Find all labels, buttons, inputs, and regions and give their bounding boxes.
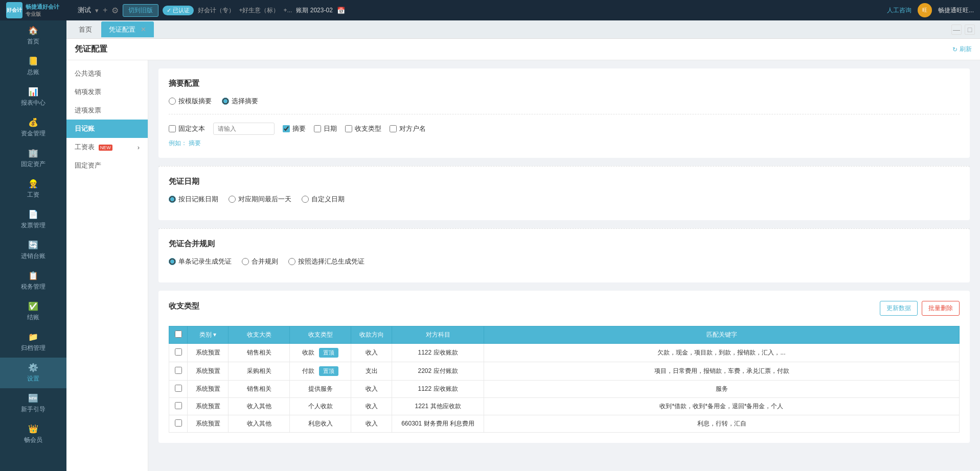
tab-voucher-config[interactable]: 凭证配置 ✕ xyxy=(101,21,154,37)
radio-single-record[interactable]: 单条记录生成凭证 xyxy=(169,257,232,266)
sidebar-item-settings[interactable]: ⚙️ 设置 xyxy=(0,358,66,388)
income-expense-title: 收支类型 xyxy=(169,301,199,311)
settings-icon: ⚙️ xyxy=(28,363,38,372)
td-keywords-0: 欠款，现金，项目款，到款，报销款，汇入，... xyxy=(484,344,960,362)
summary-section-title: 摘要配置 xyxy=(169,79,960,88)
sidebar-item-member[interactable]: 👑 畅会员 xyxy=(0,419,66,450)
checkbox-counterparty[interactable]: 对方户名 xyxy=(390,124,426,133)
sidebar-item-tax[interactable]: 📋 税务管理 xyxy=(0,266,66,296)
radio-journal-date[interactable]: 按日记账日期 xyxy=(169,195,218,204)
ledger-icon: 📒 xyxy=(28,56,38,66)
page-header: 凭证配置 ↻ 刷新 xyxy=(66,39,980,60)
plus-icon[interactable]: + xyxy=(103,6,107,15)
radio-select-label: 选择摘要 xyxy=(232,97,258,106)
td-sub-4: 利息收入 xyxy=(290,415,351,433)
checkbox-summary[interactable]: 摘要 xyxy=(283,124,306,133)
td-checkbox-2[interactable] xyxy=(169,381,188,398)
checkbox-group: 固定文本 摘要 日期 收支类型 xyxy=(169,123,960,135)
tag-btn-1[interactable]: 置顶 xyxy=(319,366,338,376)
table-row: 系统预置 销售相关 收款 置顶 收入 1122 应收账款 欠款，现金，项目款，到… xyxy=(169,344,960,362)
td-sub-2: 提供服务 xyxy=(290,381,351,398)
radio-summary-generate[interactable]: 按照选择汇总生成凭证 xyxy=(288,257,364,266)
tag-btn-0[interactable]: 置顶 xyxy=(319,348,338,358)
member-icon: 👑 xyxy=(28,424,38,434)
sidebar-item-reports[interactable]: 📊 报表中心 xyxy=(0,82,66,112)
voucher-date-section: 凭证日期 按日记账日期 对应期间最后一天 自定义日期 xyxy=(158,167,970,220)
td-main-0: 销售相关 xyxy=(229,344,290,362)
content-area: 首页 凭证配置 ✕ — □ 凭证配置 ↻ 刷新 公共选项 xyxy=(66,20,980,471)
good-biz-label: +好生意（标） xyxy=(239,6,279,15)
tab-home[interactable]: 首页 xyxy=(72,22,99,37)
brand-name: 畅捷通好会计专业版 xyxy=(26,3,59,18)
sidebar-item-ledger[interactable]: 📒 总账 xyxy=(0,51,66,82)
sidebar-item-funds[interactable]: 💰 资金管理 xyxy=(0,112,66,143)
sidebar-item-closing[interactable]: ✅ 结账 xyxy=(0,296,66,327)
sidebar-label-invoice: 发票管理 xyxy=(21,221,45,230)
funds-icon: 💰 xyxy=(28,117,38,127)
radio-custom-date[interactable]: 自定义日期 xyxy=(302,195,345,204)
left-menu-item-salary-table[interactable]: 工资表 NEW › xyxy=(66,138,148,156)
checkbox-date[interactable]: 日期 xyxy=(314,124,337,133)
left-menu-item-fixed-assets[interactable]: 固定资产 xyxy=(66,156,148,175)
brand-logo-icon: 好会计 xyxy=(7,7,22,14)
refresh-btn[interactable]: ↻ 刷新 xyxy=(952,45,972,54)
chevron-down-icon[interactable]: ▾ xyxy=(95,7,99,14)
checkbox-fixed-text[interactable]: 固定文本 xyxy=(169,124,205,133)
fixed-text-input[interactable] xyxy=(213,123,275,135)
left-menu-item-journal[interactable]: 日记账 xyxy=(66,120,148,138)
switch-version-btn[interactable]: 切到旧版 xyxy=(123,4,158,17)
sidebar-label-closing: 结账 xyxy=(27,313,39,322)
tab-close-icon[interactable]: ✕ xyxy=(141,26,146,33)
income-expense-table: 类别 ▾ 收支大类 收支类型 收款方向 对方科目 匹配关键字 xyxy=(169,326,960,433)
td-main-1: 采购相关 xyxy=(229,362,290,381)
purchase-icon: 🔄 xyxy=(28,240,38,250)
help-btn[interactable]: 人工咨询 xyxy=(887,6,911,15)
left-menu-item-public[interactable]: 公共选项 xyxy=(66,64,148,83)
calendar-icon[interactable]: 📅 xyxy=(337,7,345,14)
td-checkbox-0[interactable] xyxy=(169,344,188,362)
left-menu-item-sales-invoice[interactable]: 销项发票 xyxy=(66,83,148,101)
th-category: 类别 ▾ xyxy=(188,326,229,344)
td-category-4: 系统预置 xyxy=(188,415,229,433)
archive-icon: 📁 xyxy=(28,332,38,342)
td-sub-3: 个人收款 xyxy=(290,398,351,415)
checkbox-date-label: 日期 xyxy=(324,124,337,133)
td-direction-3: 收入 xyxy=(351,398,392,415)
sidebar-item-invoice[interactable]: 📄 发票管理 xyxy=(0,204,66,235)
update-data-btn[interactable]: 更新数据 xyxy=(880,301,918,316)
radio-last-day[interactable]: 对应期间最后一天 xyxy=(229,195,291,204)
sidebar-item-assets[interactable]: 🏢 固定资产 xyxy=(0,143,66,174)
table-row: 系统预置 采购相关 付款 置顶 支出 2202 应付账款 项目，日常费用，报销款… xyxy=(169,362,960,381)
top-bar-center: 测试 ▾ + ⚙ 切到旧版 ✓ 已认证 好会计（专） +好生意（标） +... … xyxy=(78,4,882,17)
closing-icon: ✅ xyxy=(28,301,38,311)
radio-select-summary[interactable]: 选择摘要 xyxy=(222,97,258,106)
window-minimize-btn[interactable]: — xyxy=(951,25,962,35)
username-label: 畅捷通旺旺... xyxy=(938,6,974,15)
summary-section: 摘要配置 按模版摘要 选择摘要 xyxy=(158,68,970,158)
sidebar-item-archive[interactable]: 📁 归档管理 xyxy=(0,327,66,358)
td-account-4: 660301 财务费用 利息费用 xyxy=(392,415,484,433)
sidebar-item-guide[interactable]: 🆕 新手引导 xyxy=(0,388,66,419)
td-checkbox-4[interactable] xyxy=(169,415,188,433)
td-direction-0: 收入 xyxy=(351,344,392,362)
table-row: 系统预置 收入其他 个人收款 收入 1221 其他应收款 收到*借款，收到*备用… xyxy=(169,398,960,415)
td-checkbox-1[interactable] xyxy=(169,362,188,381)
select-all-checkbox[interactable] xyxy=(175,331,182,338)
window-maximize-btn[interactable]: □ xyxy=(965,25,975,35)
checkbox-income-type[interactable]: 收支类型 xyxy=(345,124,381,133)
td-direction-4: 收入 xyxy=(351,415,392,433)
batch-delete-btn[interactable]: 批量删除 xyxy=(922,301,960,316)
th-checkbox[interactable] xyxy=(169,326,188,344)
sidebar-item-home[interactable]: 🏠 首页 xyxy=(0,20,66,51)
salary-icon: 👷 xyxy=(28,179,38,189)
sidebar-label-ledger: 总账 xyxy=(27,68,39,77)
radio-template-summary[interactable]: 按模版摘要 xyxy=(169,97,212,106)
left-menu-item-purchase-invoice[interactable]: 进项发票 xyxy=(66,101,148,120)
sidebar-item-salary[interactable]: 👷 工资 xyxy=(0,174,66,204)
sidebar: 🏠 首页 📒 总账 📊 报表中心 💰 资金管理 🏢 固定资产 👷 工资 📄 发票… xyxy=(0,20,66,471)
gear-icon[interactable]: ⚙ xyxy=(111,6,119,15)
radio-merge-rule[interactable]: 合并规则 xyxy=(242,257,278,266)
td-category-0: 系统预置 xyxy=(188,344,229,362)
sidebar-item-purchase[interactable]: 🔄 进销台账 xyxy=(0,235,66,266)
td-checkbox-3[interactable] xyxy=(169,398,188,415)
